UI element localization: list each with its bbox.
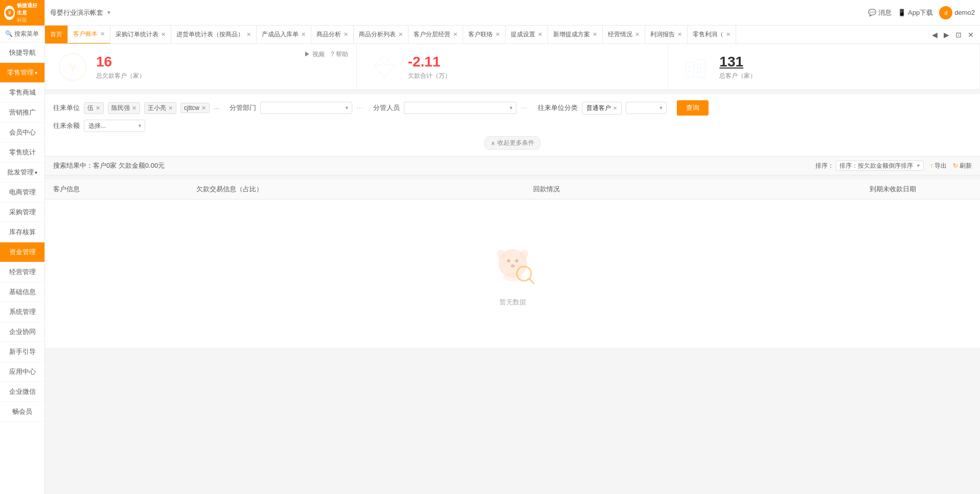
sidebar-item-vip[interactable]: 畅会员	[0, 402, 44, 422]
filter-tag-close-icon[interactable]: ✕	[168, 105, 173, 111]
category-tag-close-icon[interactable]: ✕	[613, 105, 617, 111]
sidebar-item-inventory[interactable]: 库存核算	[0, 222, 44, 242]
filter-person-input[interactable]	[404, 102, 516, 114]
tab-goods-stats[interactable]: 进货单统计表（按商品） ✕	[171, 26, 257, 44]
empty-state-text: 暂无数据	[499, 298, 526, 307]
account-selector-arrow-icon: ▼	[106, 10, 111, 15]
sidebar-item-member[interactable]: 会员中心	[0, 123, 44, 143]
diamond-icon	[369, 52, 400, 82]
filter-tag-unit-3[interactable]: 王小亮 ✕	[144, 102, 176, 114]
sort-select-input[interactable]: 排序：按欠款金额倒序排序	[836, 161, 924, 171]
sidebar-item-app-center[interactable]: 应用中心	[0, 362, 44, 382]
tab-close-icon[interactable]: ✕	[398, 31, 403, 38]
tab-goods-analysis-list[interactable]: 商品分析列表 ✕	[354, 26, 408, 44]
filter-balance-select[interactable]: 选择...	[84, 120, 145, 132]
stat-label-total: 总客户（家）	[719, 72, 756, 80]
tab-close-icon[interactable]: ✕	[344, 31, 348, 38]
sidebar-item-system[interactable]: 系统管理	[0, 302, 44, 322]
message-icon: 💬	[868, 9, 876, 16]
tab-close-icon[interactable]: ✕	[495, 31, 500, 38]
refresh-button[interactable]: ↻ 刷新	[953, 162, 972, 170]
sidebar-item-wholesale[interactable]: 批发管理▾	[0, 163, 44, 183]
tab-close-icon[interactable]: ✕	[635, 31, 640, 38]
export-button[interactable]: ↑ 导出	[930, 162, 947, 170]
summary-bar: 搜索结果中：客户0家 欠款金额0.00元 排序： 排序：按欠款金额倒序排序 ↑ …	[45, 156, 980, 175]
tab-prev-icon[interactable]: ◀	[930, 30, 940, 40]
sidebar-search[interactable]: 🔍 搜索菜单	[0, 26, 44, 43]
tab-commission-settings[interactable]: 提成设置 ✕	[506, 26, 548, 44]
sidebar-item-operations[interactable]: 经营管理	[0, 262, 44, 282]
empty-state-icon	[487, 240, 538, 291]
sidebar-item-newbie[interactable]: 新手引导	[0, 342, 44, 362]
tab-close-icon[interactable]: ✕	[592, 31, 597, 38]
sidebar-item-marketing[interactable]: 营销推广	[0, 103, 44, 123]
sidebar-item-retail-mall[interactable]: 零售商城	[0, 83, 44, 103]
filter-tag-unit-4[interactable]: cjttcw ✕	[180, 103, 210, 113]
sidebar-item-quick-nav[interactable]: 快捷导航	[0, 43, 44, 63]
account-selector[interactable]: 母婴行业演示帐套 ▼	[50, 8, 111, 17]
tab-close-icon[interactable]: ✕	[538, 31, 542, 38]
sidebar-item-ecommerce[interactable]: 电商管理	[0, 183, 44, 203]
filter-row-1: 往来单位 伍 ✕ 陈民强 ✕ 王小亮 ✕ cjttcw ✕ ···	[53, 100, 972, 116]
phone-icon: 📱	[898, 9, 906, 16]
sidebar-item-basics[interactable]: 基础信息	[0, 282, 44, 302]
filter-dept-clear-icon[interactable]: ···	[356, 103, 363, 113]
filter-category-label: 往来单位分类	[538, 103, 578, 113]
sort-selector: 排序： 排序：按欠款金额倒序排序	[815, 161, 924, 171]
tab-close-icon[interactable]: ✕	[301, 31, 306, 38]
collapse-icon: ∧	[491, 140, 495, 147]
tab-profit-report[interactable]: 利润报告 ✕	[645, 26, 688, 44]
tab-customer-tier[interactable]: 客户分层经营 ✕	[408, 26, 463, 44]
tab-goods-analysis[interactable]: 商品分析 ✕	[311, 26, 354, 44]
filter-person-select-wrapper	[404, 102, 516, 114]
user-avatar[interactable]: d demo2	[939, 6, 975, 19]
filter-more-icon[interactable]: ···	[214, 104, 219, 112]
filter-person-clear-icon[interactable]: ···	[520, 103, 527, 113]
table-header: 客户信息 欠款交易信息（占比） 回款情况 到期未收款日期	[45, 179, 980, 199]
filter-tag-close-icon[interactable]: ✕	[96, 105, 100, 111]
sidebar-item-retail[interactable]: 零售管理▾	[0, 63, 44, 83]
tab-close-icon[interactable]: ✕	[161, 31, 166, 38]
sidebar-item-retail-stats[interactable]: 零售统计	[0, 143, 44, 163]
sidebar-item-finance[interactable]: 资金管理	[0, 242, 44, 262]
svg-rect-6	[688, 66, 690, 68]
tab-production-instock[interactable]: 产成品入库单 ✕	[257, 26, 311, 44]
page-content: ¥ 16 总欠款客户（家） ▶ 视频 ? 帮助	[45, 44, 980, 494]
tab-bar: 首页 客户账本 ✕ 采购订单统计表 ✕ 进货单统计表（按商品） ✕ 产成品入库单…	[45, 26, 980, 44]
stat-label-customers: 总欠款客户（家）	[96, 72, 145, 80]
filter-tag-unit-1[interactable]: 伍 ✕	[84, 102, 104, 114]
tab-close-icon[interactable]: ✕	[453, 31, 458, 38]
sidebar-item-enterprise[interactable]: 企业协同	[0, 322, 44, 342]
tab-operations[interactable]: 经营情况 ✕	[603, 26, 645, 44]
tab-close-all-icon[interactable]: ✕	[966, 30, 976, 40]
filter-tag-unit-2[interactable]: 陈民强 ✕	[108, 102, 140, 114]
tab-close-icon[interactable]: ✕	[246, 31, 251, 38]
filter-category-tag[interactable]: 普通客户 ✕	[582, 102, 622, 115]
tab-retail-profit[interactable]: 零售利润（ ✕	[688, 26, 736, 44]
tab-close-icon[interactable]: ✕	[100, 31, 105, 37]
tab-home[interactable]: 首页	[45, 26, 68, 44]
app-download-button[interactable]: 📱 App下载	[898, 8, 933, 17]
tab-add-commission[interactable]: 新增提成方案 ✕	[548, 26, 603, 44]
col-header-customer: 客户信息	[53, 185, 196, 194]
tab-customer-ledger[interactable]: 客户账本 ✕	[68, 26, 110, 44]
stat-label-debt: 欠款合计（万）	[408, 72, 451, 80]
filter-dept-select[interactable]	[260, 102, 352, 114]
tab-expand-icon[interactable]: ⊡	[953, 30, 964, 40]
tab-close-icon[interactable]: ✕	[726, 31, 731, 38]
sidebar-item-purchase[interactable]: 采购管理	[0, 203, 44, 222]
video-link[interactable]: ▶ 视频	[304, 50, 324, 59]
help-link[interactable]: ? 帮助	[331, 50, 348, 59]
filter-tag-close-icon[interactable]: ✕	[132, 105, 136, 111]
collapse-filter-button[interactable]: ∧ 收起更多条件	[484, 136, 541, 150]
filter-category-select[interactable]	[626, 102, 667, 114]
tab-purchase-order-stats[interactable]: 采购订单统计表 ✕	[110, 26, 171, 44]
query-button[interactable]: 查询	[677, 100, 709, 116]
message-button[interactable]: 💬 消息	[868, 8, 892, 17]
filter-tag-close-icon[interactable]: ✕	[201, 105, 206, 111]
tab-close-icon[interactable]: ✕	[677, 31, 682, 38]
tab-next-icon[interactable]: ▶	[942, 30, 951, 40]
yuan-icon: ¥	[57, 52, 88, 82]
tab-customer-contact[interactable]: 客户联络 ✕	[463, 26, 506, 44]
sidebar-item-wechat[interactable]: 企业微信	[0, 382, 44, 402]
